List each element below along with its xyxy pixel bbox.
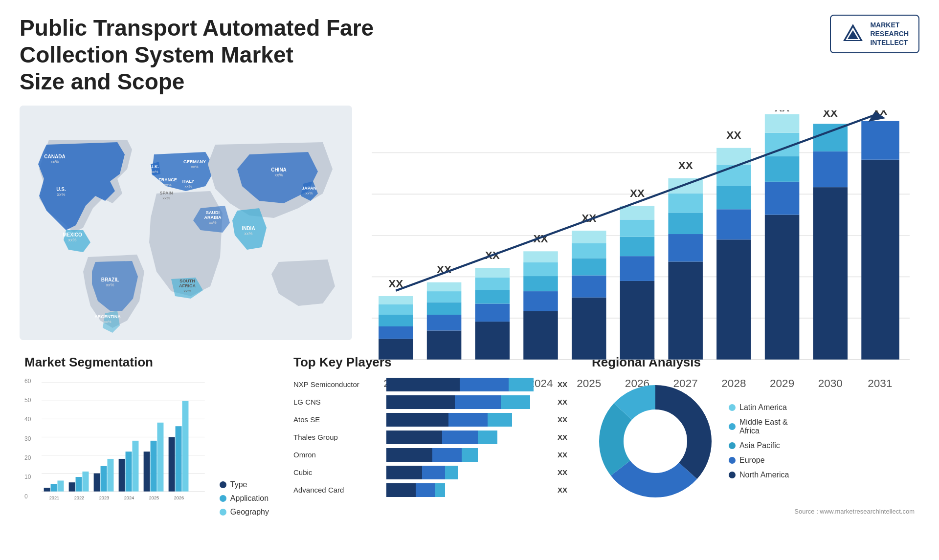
svg-rect-136 (126, 452, 132, 492)
svg-rect-87 (668, 193, 703, 212)
reg-legend-north-america: North America (729, 471, 789, 479)
type-label: Type (230, 480, 247, 489)
player-bar-nxp (386, 378, 550, 391)
svg-text:SAUDI: SAUDI (206, 210, 220, 215)
legend-geography: Geography (220, 508, 269, 517)
player-bar-advcard (386, 483, 550, 497)
svg-text:2023: 2023 (99, 495, 110, 500)
svg-rect-99 (765, 181, 800, 215)
player-bar-thales (386, 431, 550, 444)
players-list: NXP Semiconductor XX LG CNS (293, 378, 567, 497)
svg-rect-46 (379, 296, 413, 304)
player-row-thales: Thales Group XX (293, 431, 567, 444)
svg-rect-110 (861, 159, 899, 359)
segmentation-section: Market Segmentation 60 50 40 30 20 10 0 (20, 350, 274, 545)
svg-text:xx%: xx% (244, 231, 252, 236)
svg-text:xx%: xx% (104, 320, 111, 324)
svg-text:2024: 2024 (124, 495, 134, 500)
north-america-label: North America (739, 471, 789, 479)
svg-text:INDIA: INDIA (242, 226, 255, 231)
svg-text:xx%: xx% (151, 170, 158, 174)
svg-text:GERMANY: GERMANY (183, 159, 206, 164)
donut-svg (592, 378, 719, 505)
svg-rect-111 (861, 121, 899, 159)
svg-rect-81 (620, 206, 655, 219)
svg-text:AFRICA: AFRICA (179, 283, 196, 288)
svg-rect-100 (765, 156, 800, 181)
svg-text:MEXICO: MEXICO (63, 232, 82, 237)
svg-text:CANADA: CANADA (44, 154, 65, 159)
player-xx-thales: XX (558, 433, 567, 441)
segmentation-title: Market Segmentation (24, 355, 269, 370)
seg-legend: Type Application Geography (220, 480, 269, 517)
svg-rect-64 (523, 291, 558, 311)
svg-text:xx%: xx% (164, 183, 171, 187)
bar-chart-svg: XX 2021 XX 2022 XX (372, 110, 910, 416)
svg-rect-65 (523, 276, 558, 291)
logo-text-line2: RESEARCH (870, 29, 909, 38)
svg-rect-106 (813, 151, 848, 187)
player-xx-advcard: XX (558, 486, 567, 494)
player-name-omron: Omron (293, 451, 381, 459)
bar-seg1-nxp (386, 378, 460, 391)
application-label: Application (230, 494, 268, 503)
logo-icon (841, 22, 865, 46)
y-axis: 60 50 40 30 20 10 0 (24, 378, 31, 500)
player-bar-track-nxp (386, 378, 550, 391)
svg-point-152 (626, 412, 685, 471)
svg-rect-144 (176, 426, 182, 492)
svg-text:xx%: xx% (209, 220, 216, 225)
svg-rect-141 (157, 422, 163, 491)
svg-text:CHINA: CHINA (271, 167, 287, 172)
svg-rect-57 (475, 303, 510, 322)
asia-pacific-label: Asia Pacific (739, 441, 780, 450)
svg-rect-52 (427, 291, 462, 302)
title-line2: Size and Scope (20, 69, 184, 94)
map-svg: CANADA xx% U.S. xx% MEXICO xx% BRAZIL xx… (20, 106, 352, 340)
player-name-atos: Atos SE (293, 415, 381, 424)
svg-text:2029: 2029 (770, 377, 794, 389)
svg-rect-67 (523, 251, 558, 262)
svg-text:JAPAN: JAPAN (302, 186, 316, 191)
mea-dot (729, 423, 736, 430)
svg-rect-92 (716, 209, 751, 239)
svg-rect-66 (523, 262, 558, 276)
svg-text:XX: XX (726, 129, 741, 141)
bar-seg2-nxp (460, 378, 509, 391)
svg-rect-133 (107, 459, 113, 492)
svg-text:SOUTH: SOUTH (179, 279, 195, 283)
svg-text:xx%: xx% (57, 192, 65, 197)
svg-text:XX: XX (775, 110, 789, 114)
player-row-cubic: Cubic XX (293, 466, 567, 479)
svg-text:FRANCE: FRANCE (158, 177, 177, 182)
player-name-thales: Thales Group (293, 433, 381, 441)
svg-rect-125 (57, 480, 64, 491)
svg-rect-53 (427, 282, 462, 291)
bar-chart-inner: XX 2021 XX 2022 XX (372, 110, 910, 416)
svg-text:SPAIN: SPAIN (160, 191, 173, 195)
svg-text:2021: 2021 (49, 495, 60, 500)
svg-rect-49 (427, 330, 462, 359)
player-xx-atos: XX (558, 415, 567, 424)
player-row-advcard: Advanced Card XX (293, 483, 567, 497)
player-name-advcard: Advanced Card (293, 486, 381, 494)
svg-rect-42 (379, 339, 413, 359)
logo-text: MARKET RESEARCH INTELLECT (870, 21, 909, 47)
svg-text:xx%: xx% (274, 172, 283, 177)
bar-chart: XX 2021 XX 2022 XX (367, 106, 919, 340)
world-map: CANADA xx% U.S. xx% MEXICO xx% BRAZIL xx… (20, 106, 352, 340)
player-xx-omron: XX (558, 451, 567, 459)
svg-text:ITALY: ITALY (182, 179, 195, 184)
svg-rect-124 (51, 484, 57, 491)
bar-seg3-nxp (509, 378, 533, 391)
svg-text:BRAZIL: BRAZIL (101, 277, 119, 282)
legend-application: Application (220, 494, 269, 503)
svg-rect-59 (475, 277, 510, 289)
top-section: CANADA xx% U.S. xx% MEXICO xx% BRAZIL xx… (20, 106, 919, 340)
player-name-nxp: NXP Semiconductor (293, 380, 381, 388)
reg-legend-mea: Middle East &Africa (729, 418, 789, 435)
svg-text:2022: 2022 (74, 495, 85, 500)
svg-rect-85 (668, 234, 703, 261)
svg-text:xx%: xx% (183, 289, 191, 293)
svg-rect-102 (765, 114, 800, 132)
